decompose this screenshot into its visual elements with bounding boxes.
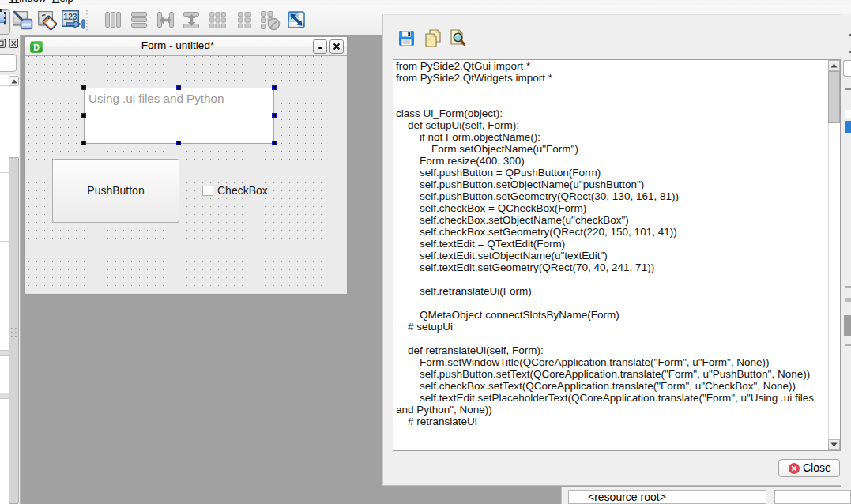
svg-text:D: D xyxy=(33,43,40,52)
svg-text:123: 123 xyxy=(63,12,77,21)
